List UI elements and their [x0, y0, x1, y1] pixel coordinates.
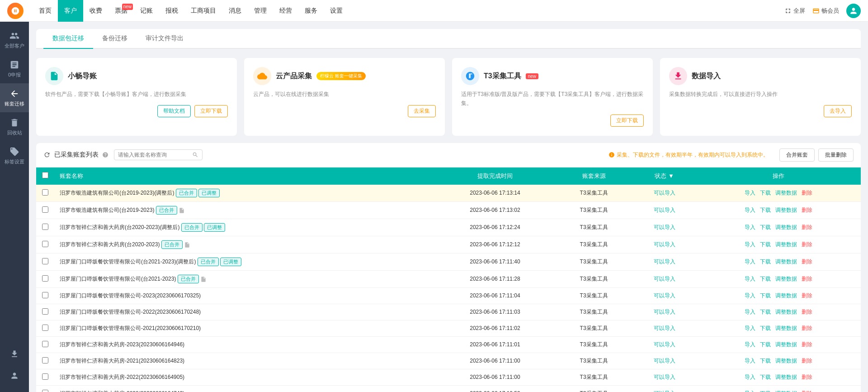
logo[interactable]: [7, 3, 24, 19]
action-删除[interactable]: 删除: [802, 258, 812, 265]
action-导入[interactable]: 导入: [745, 207, 755, 213]
action-删除[interactable]: 删除: [802, 224, 812, 230]
action-导入[interactable]: 导入: [745, 325, 755, 331]
action-删除[interactable]: 删除: [802, 241, 812, 248]
action-调整数据[interactable]: 调整数据: [775, 309, 797, 315]
action-下载[interactable]: 下载: [760, 207, 771, 213]
action-导入[interactable]: 导入: [745, 390, 755, 392]
row-checkbox[interactable]: [42, 292, 48, 298]
action-删除[interactable]: 删除: [802, 390, 812, 392]
action-调整数据[interactable]: 调整数据: [775, 224, 797, 230]
action-下载[interactable]: 下载: [760, 241, 771, 248]
avatar[interactable]: [846, 4, 861, 18]
action-下载[interactable]: 下载: [760, 292, 771, 299]
action-调整数据[interactable]: 调整数据: [775, 390, 797, 392]
action-调整数据[interactable]: 调整数据: [775, 207, 797, 213]
sidebar-item-account-migrate[interactable]: 账套迁移: [0, 83, 29, 112]
action-调整数据[interactable]: 调整数据: [775, 358, 797, 364]
go-collect-btn[interactable]: 去采集: [408, 105, 436, 117]
row-checkbox[interactable]: [42, 325, 48, 331]
action-调整数据[interactable]: 调整数据: [775, 276, 797, 282]
action-调整数据[interactable]: 调整数据: [775, 341, 797, 348]
action-调整数据[interactable]: 调整数据: [775, 325, 797, 331]
row-checkbox[interactable]: [42, 258, 48, 264]
action-调整数据[interactable]: 调整数据: [775, 190, 797, 196]
nav-item-fee[interactable]: 收费: [83, 0, 108, 22]
action-下载[interactable]: 下载: [760, 358, 771, 364]
action-删除[interactable]: 删除: [802, 292, 812, 299]
action-下载[interactable]: 下载: [760, 341, 771, 348]
go-import-btn[interactable]: 去导入: [824, 105, 852, 117]
select-all-checkbox[interactable]: [42, 172, 48, 178]
nav-item-account[interactable]: 记账: [134, 0, 159, 22]
action-下载[interactable]: 下载: [760, 224, 771, 230]
nav-item-settings[interactable]: 设置: [324, 0, 349, 22]
download-now-btn[interactable]: 立即下载: [194, 105, 228, 117]
tab-data-migrate[interactable]: 数据包迁移: [43, 29, 93, 49]
action-下载[interactable]: 下载: [760, 325, 771, 331]
action-下载[interactable]: 下载: [760, 374, 771, 380]
action-导入[interactable]: 导入: [745, 341, 755, 348]
action-导入[interactable]: 导入: [745, 258, 755, 265]
col-status[interactable]: 状态 ▼: [632, 167, 697, 185]
action-删除[interactable]: 删除: [802, 276, 812, 282]
action-导入[interactable]: 导入: [745, 358, 755, 364]
nav-item-invoice[interactable]: 票据new: [108, 0, 134, 22]
nav-item-home[interactable]: 首页: [33, 0, 58, 22]
row-checkbox[interactable]: [42, 341, 48, 347]
action-下载[interactable]: 下载: [760, 190, 771, 196]
row-checkbox[interactable]: [42, 390, 48, 392]
nav-item-manage[interactable]: 管理: [248, 0, 273, 22]
help-icon[interactable]: [102, 152, 108, 158]
sidebar-item-label-setting[interactable]: 标签设置: [0, 141, 29, 170]
nav-item-tax[interactable]: 报税: [159, 0, 184, 22]
action-导入[interactable]: 导入: [745, 190, 755, 196]
action-删除[interactable]: 删除: [802, 374, 812, 380]
action-导入[interactable]: 导入: [745, 374, 755, 380]
action-下载[interactable]: 下载: [760, 390, 771, 392]
action-导入[interactable]: 导入: [745, 276, 755, 282]
nav-item-biz[interactable]: 工商项目: [184, 0, 222, 22]
row-checkbox[interactable]: [42, 357, 48, 363]
row-checkbox[interactable]: [42, 373, 48, 380]
sidebar-user-btn[interactable]: [5, 367, 24, 385]
nav-item-client[interactable]: 客户: [58, 0, 83, 22]
action-导入[interactable]: 导入: [745, 224, 755, 230]
action-删除[interactable]: 删除: [802, 190, 812, 196]
action-下载[interactable]: 下载: [760, 276, 771, 282]
nav-item-operation[interactable]: 经营: [273, 0, 298, 22]
row-checkbox[interactable]: [42, 308, 48, 315]
search-input[interactable]: [118, 152, 190, 158]
action-导入[interactable]: 导入: [745, 241, 755, 248]
sidebar-download-btn[interactable]: [5, 345, 24, 363]
action-导入[interactable]: 导入: [745, 292, 755, 299]
sidebar-item-recycle[interactable]: 回收站: [0, 112, 29, 141]
action-删除[interactable]: 删除: [802, 309, 812, 315]
action-调整数据[interactable]: 调整数据: [775, 374, 797, 380]
row-checkbox[interactable]: [42, 241, 48, 247]
action-删除[interactable]: 删除: [802, 358, 812, 364]
row-checkbox[interactable]: [42, 275, 48, 282]
sidebar-item-zero-report[interactable]: 0申报: [0, 54, 29, 83]
fullscreen-btn[interactable]: 全屏: [784, 7, 805, 15]
action-导入[interactable]: 导入: [745, 309, 755, 315]
search-icon[interactable]: [192, 152, 198, 158]
merge-accounts-btn[interactable]: 合并账套: [779, 148, 815, 162]
nav-item-service[interactable]: 服务: [298, 0, 324, 22]
action-删除[interactable]: 删除: [802, 341, 812, 348]
download-t3-btn[interactable]: 立即下载: [610, 115, 644, 127]
action-下载[interactable]: 下载: [760, 258, 771, 265]
row-checkbox[interactable]: [42, 224, 48, 230]
row-checkbox[interactable]: [42, 189, 48, 196]
help-doc-btn[interactable]: 帮助文档: [157, 105, 191, 117]
action-调整数据[interactable]: 调整数据: [775, 292, 797, 299]
action-删除[interactable]: 删除: [802, 325, 812, 331]
action-调整数据[interactable]: 调整数据: [775, 258, 797, 265]
nav-item-msg[interactable]: 消息: [222, 0, 248, 22]
action-调整数据[interactable]: 调整数据: [775, 241, 797, 248]
tab-audit-export[interactable]: 审计文件导出: [137, 29, 193, 49]
action-下载[interactable]: 下载: [760, 309, 771, 315]
batch-delete-btn[interactable]: 批量删除: [818, 148, 854, 162]
vip-btn[interactable]: 畅会员: [812, 7, 839, 15]
refresh-icon[interactable]: [43, 151, 51, 158]
